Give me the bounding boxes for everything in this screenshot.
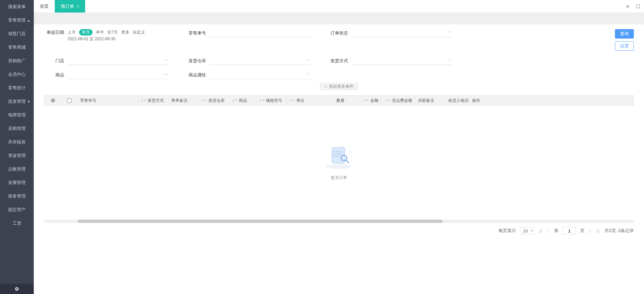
select-all-checkbox[interactable] [67,98,72,103]
th-label: 收货人电话 [448,98,469,104]
tab-preorder[interactable]: 预订单 × [55,0,85,13]
sidebar-item-retail[interactable]: 零售管理 ▲ [0,14,34,27]
search-panel: 单据日期 上月 本月 本年 近7天 更多 自定义 [34,24,644,90]
date-opt-last7[interactable]: 近7天 [107,29,118,35]
sidebar-item-label: 会员中心 [8,71,26,77]
ellipsis-icon[interactable]: ⋯ [164,72,168,77]
sort-icon[interactable]: ▲▼ [364,100,369,101]
sort-icon[interactable]: ▲▼ [141,100,146,101]
sidebar-item-retail-stats[interactable]: 零售统计 [0,81,34,95]
sidebar-item-retail-mall[interactable]: 零售商城 [0,41,34,54]
sidebar-item-fixed-assets[interactable]: 固定资产 [0,203,34,217]
col-ship-wh[interactable]: ▲▼发货仓库 [199,95,229,106]
sidebar-item-member-center[interactable]: 会员中心 [0,68,34,81]
close-icon [625,4,630,9]
sidebar-item-invoice[interactable]: 发票管理 [0,176,34,189]
per-page-select[interactable]: 10 ▾ [520,227,534,234]
col-checkbox [62,95,77,106]
order-no-input[interactable] [209,29,311,37]
col-buyer-remark[interactable]: 买家备注 [415,95,446,106]
button-label: 查询 [620,31,629,36]
store-input[interactable] [68,57,169,65]
ship-warehouse-input[interactable] [209,57,311,65]
date-quick-options: 上月 本月 本年 近7天 更多 自定义 [68,29,145,36]
collapse-label: 收起更多条件 [329,84,353,89]
date-opt-more[interactable]: 更多 [121,29,129,35]
double-chevron-up-icon [324,85,328,88]
sidebar-item-wholesale[interactable]: 批发管理 ▼ [0,95,34,108]
sidebar-item-ledger[interactable]: 总账管理 [0,162,34,176]
sidebar-item-tax[interactable]: 税务管理 [0,189,34,203]
sidebar-item-salary[interactable]: 工资 [0,217,34,230]
col-order-no[interactable]: 零售单号 [77,95,138,106]
tabs-bar: 首页 预订单 × [34,0,644,13]
date-opt-this-month[interactable]: 本月 [79,29,93,36]
date-opt-this-year[interactable]: 本年 [96,29,104,35]
chevron-down-icon[interactable] [448,30,452,34]
col-whole-remark[interactable]: 整单备注 [169,95,199,106]
page-suffix: 页 [580,228,585,234]
col-amount-ship[interactable]: ▲▼含运费金额 [381,95,415,106]
date-range: 2022-09-01 至 2022-09-30 [44,36,186,42]
sort-icon[interactable]: ▲▼ [259,100,265,101]
sidebar-item-smart-store[interactable]: 智慧门店 [0,27,34,41]
col-ship-method[interactable]: ▲▼发货方式 [138,95,169,106]
pager-prev[interactable]: ⟨ [547,228,550,233]
sidebar: 搜索菜单 零售管理 ▲ 智慧门店 零售商城 营销推广 会员中心 零售统计 批发管… [0,0,34,294]
pager-last[interactable]: ⟩⟩ [596,228,600,233]
pager-next[interactable]: ⟩ [589,228,592,233]
chevron-down-icon[interactable] [448,58,452,62]
col-qty[interactable]: 数量 [311,95,348,106]
date-opt-prev-month[interactable]: 上月 [68,29,76,35]
settings-button[interactable]: 设置 [615,41,634,51]
horizontal-scrollbar[interactable] [44,220,634,223]
sidebar-item-marketing[interactable]: 营销推广 [0,54,34,68]
sidebar-item-funds[interactable]: 资金管理 [0,149,34,162]
col-ops[interactable]: 操作 [469,95,634,106]
col-spec[interactable]: ▲▼规格型号 [256,95,287,106]
chevron-down-icon[interactable] [306,72,310,76]
th-label: 规格型号 [266,98,282,104]
sidebar-item-inventory[interactable]: 库存核算 [0,135,34,149]
tab-close-all[interactable] [624,2,632,10]
scrollbar-thumb[interactable] [78,220,443,223]
sort-icon[interactable]: ▲▼ [290,100,295,101]
sidebar-item-label: 零售管理 [8,17,26,23]
sidebar-item-label: 批发管理 [8,98,26,105]
pager-first[interactable]: ⟨⟨ [538,228,543,233]
close-icon[interactable]: × [77,4,79,9]
ellipsis-icon[interactable]: ⋯ [305,58,310,63]
sidebar-search[interactable]: 搜索菜单 [0,0,34,14]
col-settings[interactable] [44,95,62,106]
table: 零售单号 ▲▼发货方式 整单备注 ▲▼发货仓库 ▲▼商品 ▲▼规格型号 ▲▼单位… [44,95,634,218]
ellipsis-icon[interactable]: ⋯ [164,58,168,63]
ship-warehouse-label: 发货仓库 [186,58,206,64]
goods-input[interactable] [68,71,169,79]
sidebar-item-label: 工资 [13,220,21,226]
sidebar-search-label: 搜索菜单 [8,4,26,10]
ship-method-select[interactable] [351,57,453,65]
col-goods[interactable]: ▲▼商品 [229,95,256,106]
sort-icon[interactable]: ▲▼ [385,100,391,101]
svg-point-0 [326,164,352,168]
sidebar-item-ecommerce[interactable]: 电商管理 [0,108,34,122]
col-recv-phone[interactable]: 收货人电话 [446,95,469,106]
order-status-label: 订单状态 [328,30,348,36]
fullscreen-button[interactable] [634,2,642,10]
sidebar-item-purchase[interactable]: 采购管理 [0,122,34,135]
sidebar-item-label: 固定资产 [8,207,26,213]
sort-icon[interactable]: ▲▼ [202,100,207,101]
page-input[interactable] [563,227,576,234]
col-amount[interactable]: ▲▼金额 [348,95,381,106]
goods-attr-select[interactable] [209,71,311,79]
tab-home[interactable]: 首页 [34,0,55,13]
collapse-conditions[interactable]: 收起更多条件 [320,83,358,90]
order-status-select[interactable] [351,29,453,37]
sort-icon[interactable]: ▲▼ [232,100,238,101]
col-unit[interactable]: ▲▼单位 [287,95,311,106]
date-sep: 至 [90,37,94,41]
empty-illustration-icon [322,143,356,170]
query-button[interactable]: 查询 [615,29,634,39]
sidebar-settings[interactable] [0,284,34,294]
date-opt-custom[interactable]: 自定义 [133,29,145,35]
